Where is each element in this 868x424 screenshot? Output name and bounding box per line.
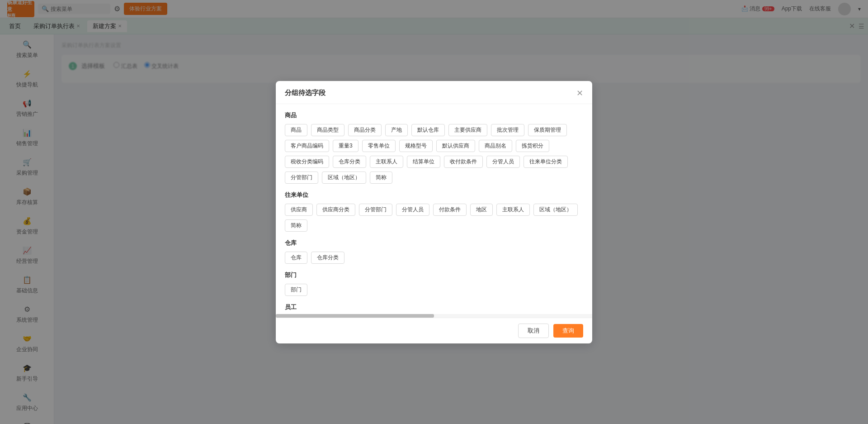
section-warehouse-title: 仓库: [285, 239, 583, 247]
cancel-button[interactable]: 取消: [518, 324, 549, 338]
field-tag[interactable]: 拣货积分: [516, 140, 549, 152]
modal-overlay: 分组待选字段 ✕ 商品 商品商品类型商品分类产地默认仓库主要供应商批次管理保质期…: [0, 0, 868, 424]
field-tag[interactable]: 简称: [370, 172, 392, 184]
confirm-button[interactable]: 查询: [553, 324, 583, 338]
section-goods-title: 商品: [285, 111, 583, 119]
field-tag[interactable]: 批次管理: [491, 124, 524, 136]
field-tag[interactable]: 收付款条件: [444, 156, 483, 168]
modal-header: 分组待选字段 ✕: [276, 81, 592, 104]
field-tag[interactable]: 税收分类编码: [285, 156, 329, 168]
field-tag[interactable]: 仓库分类: [311, 252, 344, 264]
field-tag[interactable]: 默认仓库: [411, 124, 445, 136]
field-tag[interactable]: 重量3: [333, 140, 359, 152]
field-tag[interactable]: 简称: [285, 219, 307, 232]
field-tag[interactable]: 默认供应商: [436, 140, 475, 152]
field-tag[interactable]: 区域（地区）: [322, 172, 366, 184]
field-tag[interactable]: 结算单位: [407, 156, 440, 168]
warehouse-fields: 仓库仓库分类: [285, 252, 583, 264]
field-tag[interactable]: 产地: [385, 124, 408, 136]
field-tag[interactable]: 分管人员: [486, 156, 520, 168]
field-tag[interactable]: 仓库: [285, 252, 307, 264]
section-goods: 商品 商品商品类型商品分类产地默认仓库主要供应商批次管理保质期管理客户商品编码重…: [285, 111, 583, 184]
field-tag[interactable]: 主要供应商: [448, 124, 487, 136]
field-tag[interactable]: 付款条件: [433, 204, 467, 216]
field-tag[interactable]: 规格型号: [399, 140, 433, 152]
field-tag[interactable]: 保质期管理: [528, 124, 567, 136]
section-employee: 员工 业务员: [285, 303, 583, 314]
section-employee-title: 员工: [285, 303, 583, 311]
field-tag[interactable]: 分管人员: [396, 204, 429, 216]
field-tag[interactable]: 商品类型: [311, 124, 344, 136]
field-tag[interactable]: 主联系人: [370, 156, 403, 168]
modal-title: 分组待选字段: [285, 89, 326, 97]
field-tag[interactable]: 客户商品编码: [285, 140, 329, 152]
field-tag[interactable]: 部门: [285, 284, 307, 296]
section-counterparty-title: 往来单位: [285, 191, 583, 199]
field-tag[interactable]: 零售单位: [362, 140, 396, 152]
modal-body: 商品 商品商品类型商品分类产地默认仓库主要供应商批次管理保质期管理客户商品编码重…: [276, 104, 592, 314]
department-fields: 部门: [285, 284, 583, 296]
modal-footer: 取消 查询: [276, 318, 592, 343]
field-tag[interactable]: 商品别名: [479, 140, 512, 152]
field-tag[interactable]: 分管部门: [359, 204, 392, 216]
modal: 分组待选字段 ✕ 商品 商品商品类型商品分类产地默认仓库主要供应商批次管理保质期…: [276, 81, 592, 343]
field-tag[interactable]: 供应商: [285, 204, 313, 216]
field-tag[interactable]: 供应商分类: [316, 204, 355, 216]
section-department-title: 部门: [285, 271, 583, 279]
section-counterparty: 往来单位 供应商供应商分类分管部门分管人员付款条件地区主联系人区域（地区）简称: [285, 191, 583, 232]
field-tag[interactable]: 地区: [470, 204, 493, 216]
field-tag[interactable]: 区域（地区）: [533, 204, 578, 216]
field-tag[interactable]: 商品分类: [348, 124, 382, 136]
field-tag[interactable]: 主联系人: [496, 204, 530, 216]
goods-fields: 商品商品类型商品分类产地默认仓库主要供应商批次管理保质期管理客户商品编码重量3零…: [285, 124, 583, 184]
modal-horizontal-scrollbar[interactable]: [276, 314, 592, 317]
field-tag[interactable]: 仓库分类: [333, 156, 366, 168]
field-tag[interactable]: 往来单位分类: [524, 156, 568, 168]
modal-close-icon[interactable]: ✕: [576, 88, 583, 98]
section-warehouse: 仓库 仓库仓库分类: [285, 239, 583, 264]
field-tag[interactable]: 分管部门: [285, 172, 318, 184]
section-department: 部门 部门: [285, 271, 583, 296]
field-tag[interactable]: 商品: [285, 124, 307, 136]
counterparty-fields: 供应商供应商分类分管部门分管人员付款条件地区主联系人区域（地区）简称: [285, 204, 583, 232]
